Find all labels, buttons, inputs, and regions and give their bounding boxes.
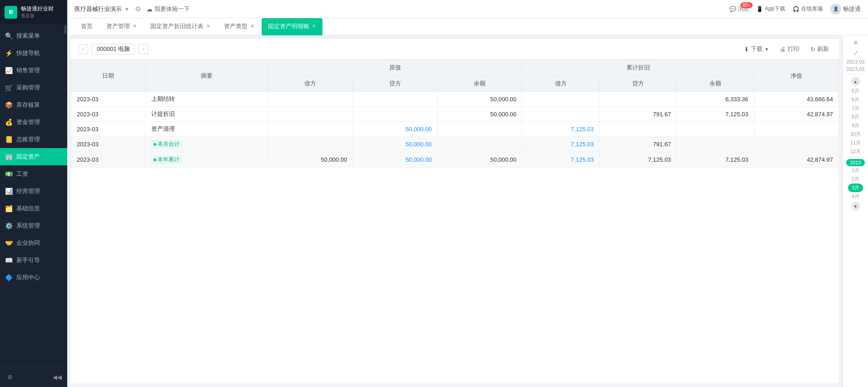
timeline-scroll-up[interactable]: ▲ (851, 77, 860, 86)
customer-service-icon: 🎧 (793, 6, 799, 12)
content-toolbar: ‹ 000001 电脑 › ⬇ 下载 ▼ 🖨 打印 (71, 39, 839, 60)
sidebar-item-app-center[interactable]: 🔷 应用中心 (0, 269, 67, 286)
sidebar-item-label: 基础信息 (16, 204, 40, 213)
print-button[interactable]: 🖨 打印 (777, 44, 802, 55)
tab-asset-type[interactable]: 资产类型 ✕ (218, 18, 261, 35)
col-header-net-value: 净值 (754, 60, 839, 92)
cell-summary: 资产清理 (145, 122, 268, 137)
cell-ov-balance: 50,000.00 (437, 92, 522, 107)
sidebar-item-sales[interactable]: 📈 销售管理 (0, 62, 67, 79)
message-button[interactable]: 💬 消息 99+ (729, 5, 749, 13)
guide-icon: 📖 (5, 256, 13, 264)
sidebar-item-inventory[interactable]: 📦 库存核算 (0, 96, 67, 114)
sidebar-item-label: 总账管理 (16, 135, 40, 144)
ledger-icon: 📒 (5, 135, 13, 144)
customer-service-button[interactable]: 🎧 在线客服 (793, 5, 823, 13)
tab-close-asset-type[interactable]: ✕ (250, 23, 254, 29)
timeline-month[interactable]: 12月 (848, 147, 863, 156)
timeline-month[interactable]: 11月 (848, 139, 863, 147)
sidebar-item-search[interactable]: 🔍 搜索菜单 (0, 27, 67, 45)
cell-ov-debit: 50,000.00 (268, 152, 352, 168)
company-selector[interactable]: 医疗器械行业演示 ▼ (74, 5, 129, 13)
timeline-month[interactable]: 8月 (848, 113, 863, 121)
cell-ov-credit: 50,000.00 (353, 122, 437, 137)
timeline-header-date: 2023.03 (847, 58, 865, 65)
sidebar-item-label: 新手引导 (16, 256, 40, 264)
download-dropdown-icon: ▼ (764, 47, 769, 52)
app-download-icon: 📱 (756, 6, 763, 12)
system-icon: ⚙️ (5, 222, 13, 230)
sidebar-item-basic-info[interactable]: 🗂️ 基础信息 (0, 200, 67, 217)
next-arrow-icon: › (143, 46, 144, 52)
next-asset-button[interactable]: › (139, 44, 149, 54)
tab-close-asset-mgmt[interactable]: ✕ (133, 23, 137, 29)
sidebar-item-quick-nav[interactable]: ⚡ 快捷导航 (0, 45, 67, 62)
timeline-month[interactable]: 10月 (848, 130, 863, 139)
tab-depreciation-table[interactable]: 固定资产折旧统计表 ✕ (144, 18, 217, 35)
col-header-date: 日期 (71, 60, 146, 92)
sidebar-item-system[interactable]: ⚙️ 系统管理 (0, 217, 67, 234)
timeline-expand-button[interactable]: ⤢ (843, 48, 868, 58)
sidebar-item-label: 应用中心 (16, 273, 40, 282)
tab-home-label: 首页 (81, 22, 93, 30)
sidebar-item-purchase[interactable]: 🛒 采购管理 (0, 79, 67, 96)
timeline-month[interactable]: 6月 (848, 95, 863, 104)
avatar: 👤 (830, 4, 841, 15)
timeline-close-button[interactable]: ✕ (843, 37, 868, 48)
refresh-button[interactable]: ↻ 刷新 (808, 44, 832, 55)
collapse-sidebar-button[interactable]: ◀◀ (52, 372, 63, 382)
timeline-month[interactable]: 7月 (848, 104, 863, 113)
timeline-month[interactable]: 4月 (848, 192, 863, 201)
cell-date: 2023-03 (71, 137, 146, 152)
prev-asset-button[interactable]: ‹ (78, 44, 88, 54)
tab-close-depreciation[interactable]: ✕ (206, 23, 210, 29)
sidebar-item-capital[interactable]: 💰 资金管理 (0, 114, 67, 131)
timeline-month[interactable]: 1月 (848, 166, 863, 175)
topbar-gear-icon[interactable]: ⚙ (135, 5, 141, 13)
cell-net-value: 43,666.64 (754, 92, 839, 107)
operations-icon: 📊 (5, 187, 13, 195)
sidebar-item-fixed-assets[interactable]: 🏢 固定资产 (0, 148, 67, 165)
timeline-month[interactable]: 2月 (848, 175, 863, 184)
tab-close-asset-detail[interactable]: ✕ (312, 23, 316, 29)
cell-ad-credit: 7,125.03 (600, 152, 677, 168)
cell-summary: 计提折旧 (145, 107, 268, 122)
cell-summary: 上期结转 (145, 92, 268, 107)
tab-home[interactable]: 首页 (74, 18, 99, 35)
settings-footer-icon[interactable]: ⚙ (5, 372, 15, 382)
tab-asset-mgmt[interactable]: 资产管理 ✕ (100, 18, 143, 35)
sidebar-item-label: 销售管理 (16, 66, 40, 74)
data-table-wrapper: 日期 摘要 原值 累计折旧 净值 借方 贷方 余额 借方 贷方 余额 (71, 60, 839, 383)
sidebar-item-guide[interactable]: 📖 新手引导 (0, 252, 67, 269)
experience-label: 我要体验一下 (154, 5, 190, 13)
timeline-scroll-down[interactable]: ▼ (851, 202, 860, 211)
col-header-ov-credit: 贷方 (353, 76, 437, 92)
sidebar-item-label: 企业协同 (16, 239, 40, 247)
sidebar-item-operations[interactable]: 📊 经营管理 (0, 183, 67, 200)
timeline-active-year[interactable]: 2023 (846, 159, 864, 166)
message-icon: 💬 (729, 6, 736, 12)
col-header-ad-balance: 余额 (677, 76, 754, 92)
sidebar-item-label: 固定资产 (16, 153, 40, 161)
timeline-month[interactable]: 9月 (848, 121, 863, 130)
tab-asset-detail[interactable]: 固定资产明细账 ✕ (262, 18, 322, 35)
download-button[interactable]: ⬇ 下载 ▼ (741, 44, 772, 55)
experience-button[interactable]: ☁ 我要体验一下 (146, 5, 190, 13)
app-center-icon: 🔷 (5, 273, 13, 282)
sidebar-item-ledger[interactable]: 📒 总账管理 (0, 131, 67, 148)
sidebar-item-label: 工资 (16, 170, 28, 178)
sidebar-item-payroll[interactable]: 💵 工资 (0, 165, 67, 183)
timeline-month[interactable]: 3月 (848, 184, 863, 192)
user-menu[interactable]: 👤 畅捷通 (830, 4, 861, 15)
sidebar-search-label: 搜索菜单 (16, 32, 40, 40)
cell-ov-debit (268, 92, 352, 107)
tabbar: 首页 资产管理 ✕ 固定资产折旧统计表 ✕ 资产类型 ✕ 固定资产明细账 ✕ (67, 18, 868, 35)
sidebar-brand-block: 畅捷通好业财 普及版 (21, 5, 54, 19)
app-download-button[interactable]: 📱 App下载 (756, 5, 785, 13)
sidebar-item-enterprise[interactable]: 🤝 企业协同 (0, 234, 67, 252)
toolbar-action-buttons: ⬇ 下载 ▼ 🖨 打印 ↻ 刷新 (741, 44, 832, 55)
sidebar-item-label: 系统管理 (16, 222, 40, 230)
timeline-months-top: 5月6月7月8月9月10月11月12月 (848, 87, 863, 156)
timeline-month[interactable]: 5月 (848, 87, 863, 95)
sidebar-item-label: 快捷导航 (16, 49, 40, 57)
